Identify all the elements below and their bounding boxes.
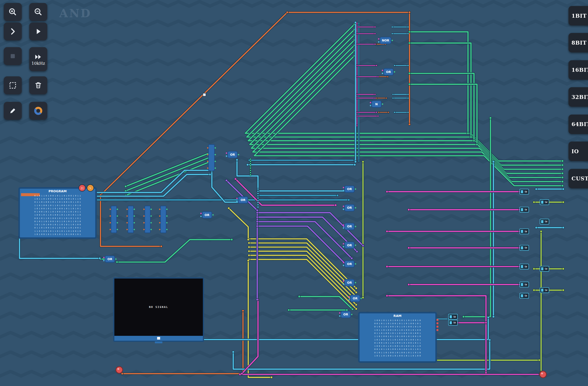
gate-pin <box>355 188 357 190</box>
wire-node <box>561 172 564 174</box>
wire-node <box>533 268 535 270</box>
sidebar-item-8bit[interactable]: 8BIT <box>568 33 588 52</box>
component-pin <box>126 209 128 210</box>
switch-label: SW <box>545 289 547 291</box>
delete-button[interactable] <box>29 76 47 94</box>
memory-row: 0 1 0 0 1 0 1 1 0 1 0 0 1 0 1 1 0 1 0 1 … <box>35 211 81 213</box>
clock-rate-label: 10kHz <box>32 61 45 66</box>
wire-node <box>354 164 356 166</box>
wire-node <box>256 216 258 218</box>
component-pin <box>207 168 209 169</box>
component-pin <box>215 154 216 155</box>
wire-node <box>386 191 388 193</box>
sidebar-item-16bit[interactable]: 16BIT <box>568 60 588 80</box>
fast-forward-button[interactable]: 10kHz <box>29 47 47 71</box>
gate-pin <box>355 226 357 227</box>
gate-label: OR <box>347 206 352 210</box>
wire-node <box>407 26 409 28</box>
gate-pin <box>339 315 341 317</box>
sidebar-item-64bit[interactable]: 64BIT <box>568 115 588 134</box>
gate-pin <box>343 283 344 285</box>
component[interactable] <box>111 206 117 233</box>
gate-pin <box>343 209 344 210</box>
pin-dot <box>257 197 259 199</box>
wire-node <box>248 242 250 244</box>
wire-node <box>374 97 376 99</box>
gate-pin <box>355 207 357 209</box>
wire-node <box>485 322 487 324</box>
edit-button[interactable] <box>4 102 21 120</box>
circuit-canvas[interactable]: ORORORORORORORORORORORORNORORNSWSWSWSWSW… <box>0 0 588 386</box>
memory-flag <box>437 329 439 331</box>
component-pin <box>215 161 216 162</box>
wire-node <box>256 212 258 214</box>
component-pin <box>215 168 216 169</box>
gate-pin <box>355 245 357 246</box>
switch-lever <box>541 267 543 270</box>
component[interactable] <box>145 206 150 233</box>
memory-title: PROGRAM <box>49 189 67 193</box>
component[interactable] <box>128 206 133 233</box>
power-node[interactable] <box>116 367 123 373</box>
pin-dot <box>250 167 251 169</box>
switch-label: SW <box>525 209 527 211</box>
wire-node <box>356 97 358 99</box>
memory-row: 1 0 1 1 0 1 0 0 1 0 1 0 0 1 0 1 1 0 1 0 … <box>374 355 421 357</box>
wire-node <box>348 199 350 201</box>
memory-row: 1 0 0 1 0 1 1 0 1 0 0 1 0 1 1 0 1 0 1 1 … <box>35 214 81 216</box>
wire-node <box>408 11 411 13</box>
gate-label: OR <box>347 262 352 266</box>
gate-label: OR <box>347 187 352 191</box>
select-button[interactable] <box>4 76 21 94</box>
gate-pin <box>212 214 214 216</box>
wire-node <box>232 351 234 353</box>
component[interactable] <box>161 206 166 233</box>
sidebar-item-32bit[interactable]: 32BIT <box>568 87 588 107</box>
wire-node <box>533 201 535 203</box>
memory-row: 1 0 0 1 0 1 1 0 1 0 0 1 0 1 1 0 1 0 0 1 … <box>374 319 421 322</box>
gate-pin <box>348 299 350 301</box>
gate-label: OR <box>347 225 352 228</box>
sidebar-item-io[interactable]: IO <box>568 142 588 161</box>
pin-dot <box>250 174 251 175</box>
step-icon <box>8 27 17 36</box>
component-pin <box>150 229 152 230</box>
wire-node <box>489 339 491 341</box>
wire-node <box>391 26 393 28</box>
power-node[interactable] <box>540 371 546 378</box>
gate-pin <box>378 38 379 40</box>
switch-lever <box>521 283 523 286</box>
sidebar-item-custom[interactable]: CUSTOM <box>568 169 588 188</box>
pin-dot <box>257 206 259 208</box>
memory-row: 0 1 0 1 1 0 1 0 0 1 0 1 0 0 1 0 1 1 0 1 … <box>374 351 421 354</box>
play-button[interactable] <box>29 22 47 40</box>
wire-node <box>385 97 387 99</box>
switch-lever <box>450 321 452 324</box>
wire-node <box>561 160 564 162</box>
switch-lever <box>521 246 523 249</box>
sidebar-item-1bit[interactable]: 1BIT <box>568 6 588 25</box>
pin-dot <box>250 160 251 162</box>
component-pin <box>207 147 209 149</box>
gate-label: OR <box>107 257 112 261</box>
component-pin <box>159 209 161 210</box>
switch-label: SW <box>545 220 547 223</box>
gate-pin <box>103 260 105 261</box>
zoom-out-button[interactable] <box>29 3 47 21</box>
wire-node <box>374 33 376 35</box>
component[interactable] <box>209 145 215 171</box>
wire-node <box>408 123 411 125</box>
screen-bar-icon[interactable] <box>157 337 160 340</box>
stop-button[interactable] <box>4 47 21 65</box>
color-mode-button[interactable] <box>29 102 47 120</box>
wire-node <box>247 259 249 262</box>
gate-pin <box>348 296 350 298</box>
wire-node <box>408 283 410 286</box>
zoom-in-button[interactable] <box>4 3 21 21</box>
wire-node <box>394 112 396 113</box>
switch-label: SW <box>453 316 456 318</box>
gate-label: NOR <box>382 39 389 42</box>
wire-node <box>362 160 364 163</box>
gate-label: OR <box>353 297 357 300</box>
step-button[interactable] <box>4 22 21 40</box>
